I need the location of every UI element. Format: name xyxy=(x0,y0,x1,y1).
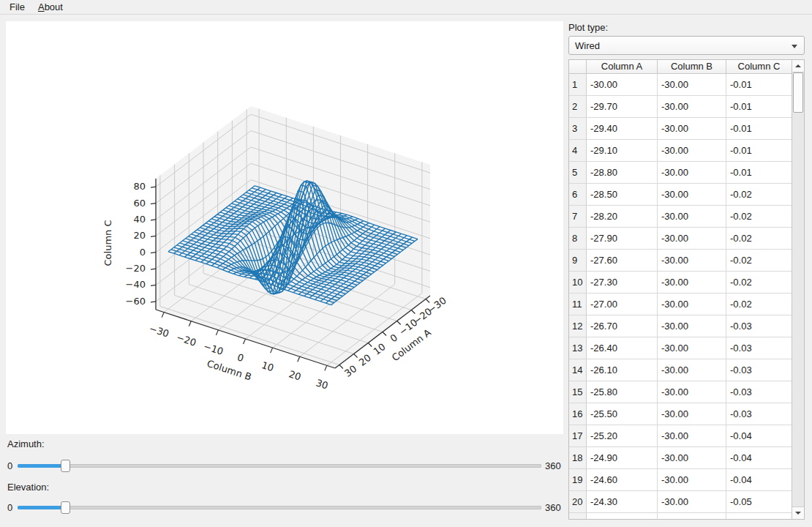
cell-column-c[interactable]: -0.02 xyxy=(726,228,792,250)
cell-column-a[interactable]: -25.20 xyxy=(587,425,658,447)
row-number-cell[interactable]: 15 xyxy=(569,381,587,403)
cell-column-b[interactable]: -30.00 xyxy=(658,162,726,184)
cell-column-b[interactable]: -30.00 xyxy=(658,184,726,206)
row-number-cell[interactable]: 16 xyxy=(569,403,587,425)
cell-column-b[interactable]: -30.00 xyxy=(658,425,726,447)
row-number-cell[interactable]: 10 xyxy=(569,272,587,294)
row-number-cell[interactable]: 14 xyxy=(569,359,587,381)
row-number-cell[interactable]: 18 xyxy=(569,447,587,469)
cell-column-c[interactable]: -0.01 xyxy=(726,162,792,184)
row-number-cell[interactable]: 8 xyxy=(569,228,587,250)
cell-column-a[interactable]: -28.50 xyxy=(587,184,658,206)
cell-column-b[interactable]: -30.00 xyxy=(658,447,726,469)
row-number-cell[interactable]: 3 xyxy=(569,118,587,140)
row-number-cell[interactable]: 19 xyxy=(569,469,587,491)
row-number-cell[interactable]: 20 xyxy=(569,491,587,513)
cell-column-a[interactable]: -29.70 xyxy=(587,96,658,118)
row-number-cell[interactable]: 13 xyxy=(569,337,587,359)
cell-column-c[interactable]: -0.02 xyxy=(726,184,792,206)
cell-column-c[interactable]: -0.04 xyxy=(726,447,792,469)
cell-column-b[interactable]: -30.00 xyxy=(658,140,726,162)
header-column-c[interactable]: Column C xyxy=(726,60,792,73)
row-number-cell[interactable]: 4 xyxy=(569,140,587,162)
plot-canvas[interactable]: −30−20−100102030−30−20−10010203080604020… xyxy=(6,21,563,434)
cell-column-b[interactable]: -30.00 xyxy=(658,294,726,315)
row-number-cell[interactable]: 12 xyxy=(569,315,587,337)
row-number-cell[interactable]: 9 xyxy=(569,250,587,272)
cell-column-a xyxy=(587,513,658,519)
cell-column-a[interactable]: -30.00 xyxy=(587,74,658,96)
row-number-cell[interactable]: 1 xyxy=(569,74,587,96)
cell-column-c[interactable]: -0.01 xyxy=(726,74,792,96)
cell-column-a[interactable]: -27.90 xyxy=(587,228,658,250)
cell-column-a[interactable]: -28.80 xyxy=(587,162,658,184)
cell-column-c[interactable]: -0.03 xyxy=(726,359,792,381)
table-scrollbar[interactable] xyxy=(792,60,804,519)
cell-column-c[interactable]: -0.03 xyxy=(726,403,792,425)
menu-about[interactable]: About xyxy=(31,1,69,13)
header-column-a[interactable]: Column A xyxy=(587,60,658,73)
row-number-cell[interactable]: 7 xyxy=(569,206,587,228)
cell-column-a[interactable]: -24.30 xyxy=(587,491,658,513)
scroll-up-button[interactable] xyxy=(792,60,804,72)
azimuth-label: Azimuth: xyxy=(7,438,45,449)
tick-mark xyxy=(151,285,156,285)
cell-column-b[interactable]: -30.00 xyxy=(658,228,726,250)
cell-column-a[interactable]: -26.40 xyxy=(587,337,658,359)
cell-column-c[interactable]: -0.05 xyxy=(726,491,792,513)
cell-column-b[interactable]: -30.00 xyxy=(658,469,726,491)
cell-column-a[interactable]: -25.50 xyxy=(587,403,658,425)
azimuth-slider[interactable] xyxy=(18,464,541,468)
cell-column-c[interactable]: -0.04 xyxy=(726,469,792,491)
cell-column-c[interactable]: -0.03 xyxy=(726,337,792,359)
cell-column-b[interactable]: -30.00 xyxy=(658,74,726,96)
cell-column-c[interactable]: -0.02 xyxy=(726,250,792,272)
cell-column-c[interactable]: -0.04 xyxy=(726,425,792,447)
cell-column-c[interactable]: -0.02 xyxy=(726,206,792,228)
cell-column-b[interactable]: -30.00 xyxy=(658,359,726,381)
cell-column-a[interactable]: -29.10 xyxy=(587,140,658,162)
cell-column-b[interactable]: -30.00 xyxy=(658,491,726,513)
cell-column-b[interactable]: -30.00 xyxy=(658,250,726,272)
header-column-b[interactable]: Column B xyxy=(658,60,726,73)
row-number-cell[interactable]: 2 xyxy=(569,96,587,118)
cell-column-b[interactable]: -30.00 xyxy=(658,96,726,118)
cell-column-a[interactable]: -24.90 xyxy=(587,447,658,469)
cell-column-b[interactable]: -30.00 xyxy=(658,403,726,425)
cell-column-b[interactable]: -30.00 xyxy=(658,315,726,337)
scrollbar-thumb[interactable] xyxy=(793,72,803,113)
cell-column-a[interactable]: -24.60 xyxy=(587,469,658,491)
plot-type-select[interactable]: Wired xyxy=(568,36,805,55)
cell-column-b[interactable]: -30.00 xyxy=(658,118,726,140)
row-number-cell[interactable]: 6 xyxy=(569,184,587,206)
row-number-cell[interactable]: 17 xyxy=(569,425,587,447)
cell-column-a[interactable]: -26.10 xyxy=(587,359,658,381)
row-number-cell[interactable]: 5 xyxy=(569,162,587,184)
cell-column-b[interactable]: -30.00 xyxy=(658,381,726,403)
azimuth-slider-handle[interactable] xyxy=(61,460,70,472)
cell-column-c[interactable]: -0.01 xyxy=(726,140,792,162)
cell-column-a[interactable]: -27.60 xyxy=(587,250,658,272)
cell-column-a[interactable]: -25.80 xyxy=(587,381,658,403)
cell-column-a[interactable]: -27.00 xyxy=(587,294,658,315)
cell-column-c[interactable]: -0.03 xyxy=(726,381,792,403)
cell-column-a[interactable]: -29.40 xyxy=(587,118,658,140)
cell-column-a[interactable]: -26.70 xyxy=(587,315,658,337)
cell-column-b[interactable]: -30.00 xyxy=(658,272,726,294)
cell-column-c[interactable]: -0.01 xyxy=(726,96,792,118)
z-tick-label: 40 xyxy=(133,214,146,225)
cell-column-a[interactable]: -27.30 xyxy=(587,272,658,294)
scroll-down-button[interactable] xyxy=(792,507,804,519)
menu-file[interactable]: File xyxy=(3,1,31,13)
elevation-slider[interactable] xyxy=(18,506,541,509)
tick-mark xyxy=(151,220,156,220)
cell-column-c[interactable]: -0.03 xyxy=(726,315,792,337)
cell-column-b[interactable]: -30.00 xyxy=(658,337,726,359)
cell-column-c[interactable]: -0.02 xyxy=(726,272,792,294)
cell-column-b[interactable]: -30.00 xyxy=(658,206,726,228)
elevation-slider-handle[interactable] xyxy=(61,501,70,514)
cell-column-c[interactable]: -0.01 xyxy=(726,118,792,140)
cell-column-c[interactable]: -0.02 xyxy=(726,294,792,315)
cell-column-a[interactable]: -28.20 xyxy=(587,206,658,228)
row-number-cell[interactable]: 11 xyxy=(569,294,587,315)
